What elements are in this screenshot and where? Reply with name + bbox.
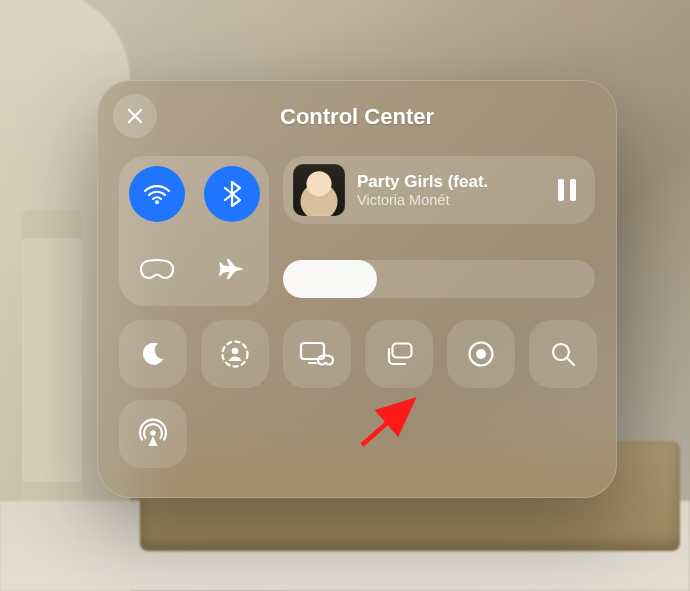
screen-mirroring-icon (382, 339, 416, 369)
volume-slider[interactable] (283, 260, 595, 298)
bluetooth-icon (220, 179, 244, 209)
svg-rect-4 (393, 344, 412, 358)
search-tile[interactable] (529, 320, 597, 388)
pause-button[interactable] (553, 176, 581, 204)
airplane-icon (217, 254, 247, 284)
screen-mirroring-tile[interactable] (365, 320, 433, 388)
immersive-toggle[interactable] (129, 241, 185, 297)
airdrop-tile[interactable] (119, 400, 187, 468)
svg-point-6 (476, 349, 486, 359)
controls-row-2 (119, 400, 595, 468)
guest-user-tile[interactable] (201, 320, 269, 388)
record-icon (465, 338, 497, 370)
control-center-panel: Control Center (97, 80, 617, 498)
focus-tile[interactable] (119, 320, 187, 388)
airplane-mode-toggle[interactable] (204, 241, 260, 297)
wifi-toggle[interactable] (129, 166, 185, 222)
now-playing-text: Party Girls (feat. Victoria Monét (357, 172, 541, 209)
wifi-icon (142, 179, 172, 209)
pause-icon (558, 179, 564, 201)
background-shelf (22, 210, 82, 510)
album-art (293, 164, 345, 216)
search-icon (548, 339, 578, 369)
vision-pro-icon (137, 256, 177, 282)
airdrop-icon (136, 417, 170, 451)
panel-title: Control Center (119, 104, 595, 130)
now-playing-module[interactable]: Party Girls (feat. Victoria Monét (283, 156, 595, 224)
screen-recording-tile[interactable] (447, 320, 515, 388)
guest-user-icon (219, 338, 251, 370)
svg-point-2 (232, 348, 239, 355)
pause-icon (570, 179, 576, 201)
volume-slider-fill (283, 260, 377, 298)
svg-point-8 (150, 430, 155, 435)
bluetooth-toggle[interactable] (204, 166, 260, 222)
track-title: Party Girls (feat. (357, 172, 541, 192)
track-artist: Victoria Monét (357, 192, 541, 209)
moon-icon (138, 339, 168, 369)
controls-row-1 (119, 320, 595, 388)
connectivity-module (119, 156, 269, 306)
mac-virtual-display-tile[interactable] (283, 320, 351, 388)
svg-point-0 (155, 200, 159, 204)
mac-virtual-display-icon (298, 339, 336, 369)
